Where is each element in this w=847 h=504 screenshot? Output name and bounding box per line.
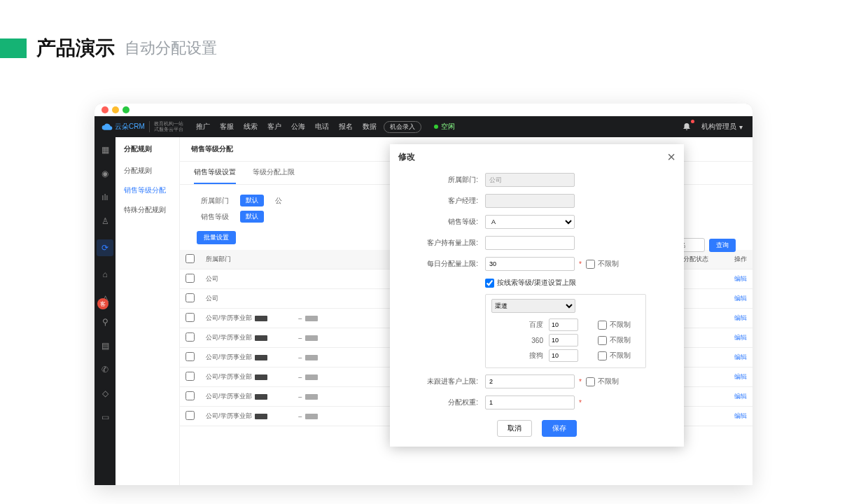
sidebar-item[interactable]: 分配规则 bbox=[115, 161, 179, 181]
close-dot[interactable] bbox=[102, 106, 108, 113]
cell-dept: 公司 bbox=[200, 289, 293, 309]
edit-link[interactable]: 编辑 bbox=[734, 412, 747, 419]
cell-dept: 公司/学历事业部 bbox=[200, 309, 293, 328]
manager-label: 客户经理: bbox=[402, 196, 478, 206]
channel-name: 百度 bbox=[510, 320, 543, 330]
manager-input bbox=[485, 194, 575, 208]
edit-link[interactable]: 编辑 bbox=[734, 354, 747, 360]
required-icon: * bbox=[579, 399, 582, 407]
level-label: 销售等级: bbox=[402, 217, 478, 227]
daily-label: 每日分配量上限: bbox=[402, 259, 478, 269]
logo[interactable]: 云朵CRM 教育机构一站式服务云平台 bbox=[94, 121, 190, 132]
row-checkbox[interactable] bbox=[186, 274, 195, 283]
filter-level-default-chip[interactable]: 默认 bbox=[240, 211, 264, 223]
weight-input[interactable] bbox=[485, 396, 575, 410]
unfollow-input[interactable] bbox=[485, 374, 575, 388]
bell-icon[interactable] bbox=[682, 121, 692, 132]
select-all-checkbox[interactable] bbox=[186, 254, 195, 263]
row-checkbox[interactable] bbox=[186, 372, 195, 381]
slide-header: 产品演示 自动分配设置 bbox=[0, 31, 847, 65]
channel-value-input[interactable] bbox=[549, 334, 578, 346]
batch-settings-button[interactable]: 批量设置 bbox=[197, 231, 236, 244]
by-channel-checkbox[interactable]: 按线索等级/渠道设置上限 bbox=[485, 278, 576, 288]
cancel-button[interactable]: 取消 bbox=[497, 420, 532, 437]
dept-label: 所属部门: bbox=[402, 175, 478, 185]
cell-dept: 公司/学历事业部 bbox=[200, 328, 293, 348]
dept-input bbox=[485, 173, 575, 187]
stats-icon[interactable]: ılı bbox=[99, 192, 111, 203]
nav-item[interactable]: 线索 bbox=[244, 122, 258, 132]
edit-link[interactable]: 编辑 bbox=[734, 373, 747, 380]
channel-unlimited-checkbox[interactable]: 不限制 bbox=[598, 320, 631, 330]
row-checkbox[interactable] bbox=[186, 332, 195, 342]
row-checkbox[interactable] bbox=[186, 313, 195, 322]
unfollow-label: 未跟进客户上限: bbox=[402, 377, 478, 386]
channel-unlimited-checkbox[interactable]: 不限制 bbox=[598, 351, 631, 360]
cell-dept: 公司/学历事业部 bbox=[200, 387, 293, 407]
col-dept: 所属部门 bbox=[200, 250, 293, 270]
row-checkbox[interactable] bbox=[186, 293, 195, 302]
nav-item[interactable]: 公海 bbox=[291, 122, 305, 132]
modal-footer: 取消 保存 bbox=[390, 413, 684, 437]
channel-row: 百度不限制 bbox=[491, 317, 640, 332]
maximize-dot[interactable] bbox=[122, 106, 130, 113]
house-icon[interactable]: ⌂ bbox=[99, 269, 111, 280]
edit-link[interactable]: 编辑 bbox=[734, 275, 747, 282]
tab-level-setting[interactable]: 销售等级设置 bbox=[194, 162, 236, 184]
person-icon[interactable]: ⚲ bbox=[99, 316, 111, 328]
doc-icon[interactable]: ▤ bbox=[99, 340, 111, 351]
channel-type-select[interactable]: 渠道 bbox=[491, 299, 575, 313]
cell-dept: 公司/学历事业部 bbox=[200, 368, 293, 387]
close-icon[interactable]: × bbox=[667, 150, 676, 164]
chevron-down-icon: ▾ bbox=[739, 123, 743, 131]
notification-badge[interactable]: 客 bbox=[97, 298, 108, 309]
tag-icon[interactable]: ◇ bbox=[99, 388, 111, 399]
row-checkbox[interactable] bbox=[186, 352, 195, 361]
phone-icon[interactable]: ✆ bbox=[99, 364, 111, 375]
sidebar-item-active[interactable]: 销售等级分配 bbox=[115, 181, 179, 200]
filter-level-label: 销售等级 bbox=[201, 212, 229, 222]
edit-link[interactable]: 编辑 bbox=[734, 314, 747, 321]
nav-item[interactable]: 报名 bbox=[339, 122, 353, 132]
nav-item[interactable]: 客服 bbox=[220, 122, 234, 132]
user-menu[interactable]: 机构管理员 ▾ bbox=[701, 122, 743, 132]
nav-item[interactable]: 推广 bbox=[196, 122, 210, 132]
rules-icon[interactable]: ⟳ bbox=[97, 239, 113, 256]
row-checkbox[interactable] bbox=[186, 411, 195, 420]
daily-unlimited-checkbox[interactable]: 不限制 bbox=[586, 259, 619, 269]
edit-link[interactable]: 编辑 bbox=[734, 295, 747, 302]
dashboard-icon[interactable]: ▦ bbox=[99, 144, 111, 155]
required-icon: * bbox=[579, 378, 582, 386]
sidebar-rules: 分配规则 分配规则 销售等级分配 特殊分配规则 客 bbox=[115, 137, 180, 485]
save-button[interactable]: 保存 bbox=[542, 420, 577, 437]
minimize-dot[interactable] bbox=[112, 106, 119, 113]
app-window: 云朵CRM 教育机构一站式服务云平台 推广 客服 线索 客户 公海 电话 报名 … bbox=[94, 104, 752, 485]
nav-item[interactable]: 电话 bbox=[315, 122, 329, 132]
edit-link[interactable]: 编辑 bbox=[734, 393, 747, 400]
opportunity-entry-button[interactable]: 机会录入 bbox=[384, 121, 421, 133]
row-checkbox[interactable] bbox=[186, 391, 195, 400]
tab-level-limit[interactable]: 等级分配上限 bbox=[253, 162, 295, 184]
channel-row: 搜狗不限制 bbox=[491, 348, 640, 363]
level-select[interactable]: A bbox=[485, 215, 575, 229]
channel-value-input[interactable] bbox=[549, 349, 578, 362]
user-icon[interactable]: ♙ bbox=[99, 216, 111, 227]
status-dot-icon bbox=[434, 125, 438, 129]
channel-value-input[interactable] bbox=[549, 318, 578, 331]
nav-item[interactable]: 客户 bbox=[267, 122, 281, 132]
channel-name: 搜狗 bbox=[510, 351, 543, 360]
sidebar-item[interactable]: 特殊分配规则 bbox=[115, 200, 179, 220]
cell-dept: 公司 bbox=[200, 270, 293, 289]
daily-input[interactable] bbox=[485, 257, 575, 271]
filter-dept-default-chip[interactable]: 默认 bbox=[240, 195, 264, 206]
shield-icon[interactable]: ◉ bbox=[99, 168, 111, 179]
filter-dept-option[interactable]: 公 bbox=[275, 196, 282, 206]
main-panel: 销售等级分配 销售等级设置 等级分配上限 所属部门 默认 公 销售等级 默认 查… bbox=[180, 137, 752, 485]
unfollow-unlimited-checkbox[interactable]: 不限制 bbox=[586, 377, 619, 386]
edit-link[interactable]: 编辑 bbox=[734, 334, 747, 341]
hold-input[interactable] bbox=[485, 236, 575, 250]
card-icon[interactable]: ▭ bbox=[99, 412, 111, 423]
channel-unlimited-checkbox[interactable]: 不限制 bbox=[598, 335, 631, 345]
search-button[interactable]: 查询 bbox=[709, 239, 736, 252]
nav-item[interactable]: 数据 bbox=[363, 122, 377, 132]
